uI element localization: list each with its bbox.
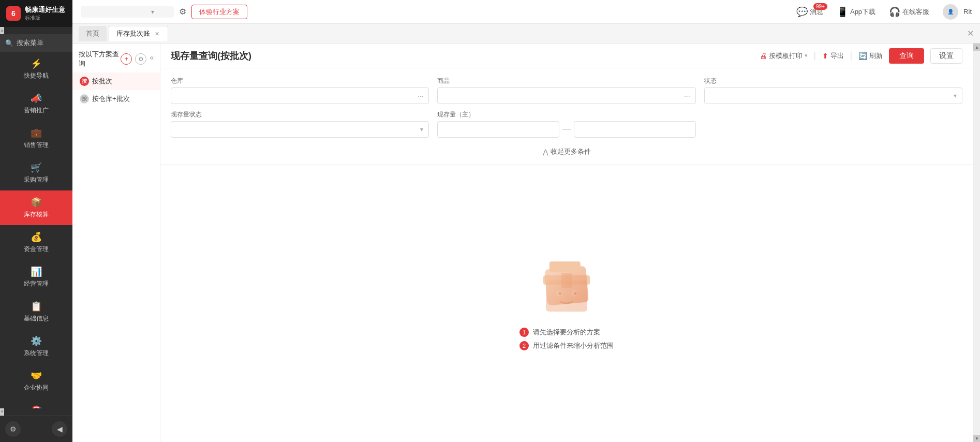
empty-box xyxy=(544,266,589,305)
marketing-icon: 📣 xyxy=(31,93,42,104)
print-btn[interactable]: 🖨 按模板打印 ▾ xyxy=(760,51,808,61)
print-chevron-icon[interactable]: ▾ xyxy=(805,52,808,59)
trial-button[interactable]: 体验行业方案 xyxy=(191,5,247,19)
stock-status-input-box[interactable]: ▾ xyxy=(171,121,429,138)
messages-action[interactable]: 💬 消息 99+ xyxy=(796,6,823,18)
stock-status-arrow-icon[interactable]: ▾ xyxy=(420,126,423,133)
sidebar-search[interactable]: 🔍 搜索菜单 xyxy=(0,34,72,52)
scroll-down-handle[interactable]: ▼ xyxy=(973,435,980,442)
filter-status: 状态 ▾ xyxy=(704,77,962,104)
filter-row-1: 仓库 ··· 商品 ··· xyxy=(171,77,962,104)
refresh-icon: 🔄 xyxy=(858,52,867,60)
status-input[interactable] xyxy=(710,92,954,100)
sidebar-item-label: 资金管理 xyxy=(24,245,49,254)
stock-qty-from-input[interactable] xyxy=(443,126,554,134)
tab-batch[interactable]: 库存批次账 ✕ xyxy=(109,26,168,41)
topbar-search-box[interactable]: ▾ xyxy=(81,6,174,18)
sidebar-item-operations[interactable]: 📊 经营管理 xyxy=(0,260,72,294)
settings-footer-btn[interactable]: ⚙ xyxy=(5,421,21,437)
product-input-box[interactable]: ··· xyxy=(437,87,695,104)
left-panel-actions: + ⚙ « xyxy=(121,53,154,65)
stock-status-input[interactable] xyxy=(176,126,420,134)
sidebar-item-inventory[interactable]: 📦 库存核算 xyxy=(0,190,72,225)
sidebar-search-label: 搜索菜单 xyxy=(17,38,43,48)
tab-home[interactable]: 首页 xyxy=(79,26,107,41)
status-input-box[interactable]: ▾ xyxy=(704,87,962,104)
online-service-action[interactable]: 🎧 在线客服 xyxy=(889,6,929,18)
status-arrow-icon[interactable]: ▾ xyxy=(954,92,957,99)
app-download-action[interactable]: 📱 App下载 xyxy=(837,6,875,18)
collapse-panel-icon[interactable]: « xyxy=(150,53,154,65)
tabbar-close-btn[interactable]: ✕ xyxy=(967,28,974,38)
scheme-item-warehouse-batch[interactable]: 按 按仓库+批次 xyxy=(72,90,160,108)
print-label: 按模板打印 xyxy=(769,51,803,61)
right-scrollbar: ▲ ▼ xyxy=(973,43,980,442)
main-area: ▾ ⚙ 体验行业方案 💬 消息 99+ 📱 App下载 🎧 在线客服 👤 Rit xyxy=(72,0,980,442)
online-service-icon: 🎧 xyxy=(889,6,900,18)
sidebar-item-finance[interactable]: 💰 资金管理 xyxy=(0,225,72,260)
warehouse-dots[interactable]: ··· xyxy=(418,92,424,100)
page-title: 现存量查询(按批次) xyxy=(171,50,251,62)
stock-qty-from-box[interactable] xyxy=(437,121,559,138)
scheme-label: 按仓库+批次 xyxy=(92,94,130,104)
scheme-dot-secondary: 按 xyxy=(80,94,89,104)
finance-icon: 💰 xyxy=(31,231,42,243)
divider-1: | xyxy=(814,51,816,61)
warehouse-input[interactable] xyxy=(176,92,418,100)
scheme-settings-btn[interactable]: ⚙ xyxy=(135,53,146,65)
collapse-sidebar-btn[interactable]: ◀ xyxy=(52,421,67,437)
refresh-label: 刷新 xyxy=(869,51,883,61)
scroll-down-btn[interactable]: ▼ xyxy=(0,408,4,416)
app-subtitle: 标准版 xyxy=(25,14,65,22)
tab-batch-label: 库存批次账 xyxy=(116,29,150,38)
warehouse-label: 仓库 xyxy=(171,77,429,85)
topbar-gear-icon[interactable]: ⚙ xyxy=(179,7,186,17)
sidebar-item-label: 基础信息 xyxy=(24,314,49,323)
stock-qty-to-input[interactable] xyxy=(580,126,690,134)
sidebar-item-sales[interactable]: 💼 销售管理 xyxy=(0,121,72,156)
export-btn[interactable]: ⬆ 导出 xyxy=(822,51,844,61)
filter-collapse-btn[interactable]: ⋀ 收起更多条件 xyxy=(171,144,962,159)
sidebar-item-purchase[interactable]: 🛒 采购管理 xyxy=(0,156,72,190)
sidebar-item-guide[interactable]: 🎯 新手引导 xyxy=(0,399,72,408)
query-button[interactable]: 查询 xyxy=(889,48,924,64)
filter-warehouse: 仓库 ··· xyxy=(171,77,429,104)
scroll-up-btn[interactable]: ▲ xyxy=(0,27,4,34)
tab-home-label: 首页 xyxy=(86,29,99,38)
sidebar-item-label: 快捷导航 xyxy=(24,71,49,80)
empty-state: 1 请先选择要分析的方案 2 用过滤条件来缩小分析范围 xyxy=(160,165,973,442)
scheme-item-batch[interactable]: 按 按批次 xyxy=(72,72,160,90)
settings-button[interactable]: 设置 xyxy=(930,48,962,64)
scroll-up-handle[interactable]: ▲ xyxy=(973,43,980,51)
empty-illustration xyxy=(536,257,598,319)
empty-steps: 1 请先选择要分析的方案 2 用过滤条件来缩小分析范围 xyxy=(519,328,614,350)
tab-close-icon[interactable]: ✕ xyxy=(153,30,160,37)
topbar-search-input[interactable] xyxy=(86,8,148,16)
sidebar-item-system[interactable]: ⚙️ 系统管理 xyxy=(0,329,72,364)
product-input[interactable] xyxy=(443,92,684,100)
basic-icon: 📋 xyxy=(31,301,42,312)
sidebar-item-label: 经营管理 xyxy=(24,279,49,288)
sidebar-item-label: 营销推广 xyxy=(24,106,49,115)
search-chevron-icon[interactable]: ▾ xyxy=(151,8,154,16)
add-scheme-btn[interactable]: + xyxy=(121,53,132,65)
stock-qty-to-box[interactable] xyxy=(574,121,696,138)
avatar[interactable]: 👤 xyxy=(943,4,958,20)
step-num-2: 2 xyxy=(519,341,529,350)
page-header-actions: 🖨 按模板打印 ▾ | ⬆ 导出 | 🔄 刷新 查询 设置 xyxy=(760,48,962,64)
search-icon: 🔍 xyxy=(5,39,13,47)
product-dots[interactable]: ··· xyxy=(684,92,690,100)
username[interactable]: Rit xyxy=(963,8,972,16)
filter-row-2: 现存量状态 ▾ 现存量（主） — xyxy=(171,110,962,138)
refresh-btn[interactable]: 🔄 刷新 xyxy=(858,51,883,61)
sidebar-item-quicknav[interactable]: ⚡ 快捷导航 xyxy=(0,52,72,86)
filter-product: 商品 ··· xyxy=(437,77,695,104)
warehouse-input-box[interactable]: ··· xyxy=(171,87,429,104)
sidebar-item-enterprise[interactable]: 🤝 企业协同 xyxy=(0,364,72,399)
divider-2: | xyxy=(850,51,852,61)
right-main: 现存量查询(按批次) 🖨 按模板打印 ▾ | ⬆ 导出 | 🔄 xyxy=(160,43,973,442)
sidebar-item-basic[interactable]: 📋 基础信息 xyxy=(0,294,72,329)
stock-qty-label: 现存量（主） xyxy=(437,110,695,119)
sidebar-item-marketing[interactable]: 📣 营销推广 xyxy=(0,86,72,121)
left-panel: 按以下方案查询 + ⚙ « 按 按批次 按 按仓库+批次 xyxy=(72,43,160,442)
